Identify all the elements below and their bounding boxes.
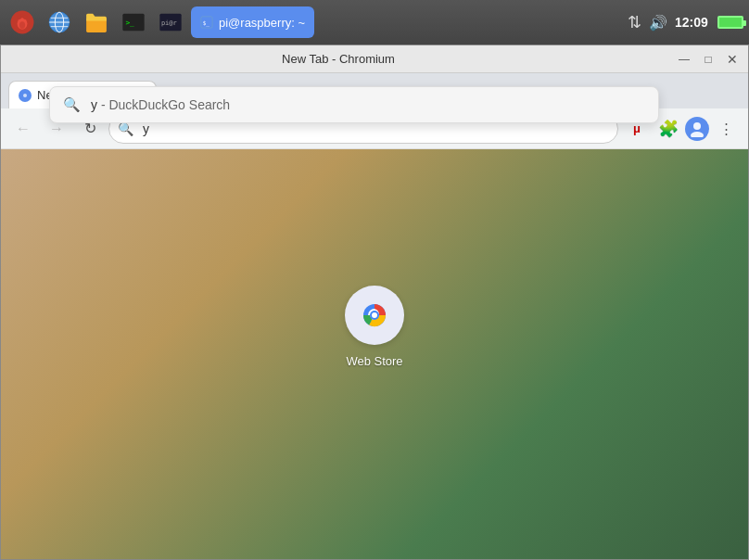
title-bar-title: New Tab - Chromium [8,52,668,66]
active-window-button[interactable]: $_ pi@raspberry: ~ [191,6,314,38]
clock-display: 12:09 [675,15,710,30]
active-window-label: pi@raspberry: ~ [219,16,305,30]
webstore-container: Web Store [345,286,404,368]
raspberry-menu-icon[interactable] [6,6,39,39]
back-button[interactable]: ← [8,114,38,144]
svg-point-5 [19,21,25,29]
svg-point-21 [691,132,704,137]
tab-favicon [19,89,32,102]
puzzle-icon: 🧩 [658,119,679,139]
svg-point-25 [372,312,377,318]
profile-button[interactable] [685,117,709,141]
terminal2-icon[interactable]: pi@r [154,6,187,39]
volume-icon: 🔊 [649,14,667,32]
battery-indicator [717,16,743,29]
title-bar: New Tab - Chromium — □ ✕ [1,45,748,73]
svg-text:$_: $_ [203,19,210,27]
webstore-label: Web Store [346,354,402,368]
suggestion-item[interactable]: 🔍 y - DuckDuckGo Search [50,87,658,122]
terminal-icon[interactable]: >_ [117,6,150,39]
svg-point-20 [693,122,701,130]
browser-window: New Tab - Chromium — □ ✕ New Tab ✕ + ← →… [0,45,749,560]
svg-point-4 [20,14,24,18]
file-manager-icon[interactable] [80,6,113,39]
svg-point-19 [23,94,27,97]
battery-icon [717,16,743,29]
svg-text:pi@r: pi@r [161,19,177,27]
web-browser-icon[interactable] [43,6,76,39]
nav-bar: ← → ↻ 🔍 μ 🧩 [1,108,748,149]
suggestion-dropdown: 🔍 y - DuckDuckGo Search [49,86,659,123]
browser-menu-button[interactable]: ⋮ [711,114,741,144]
webstore-icon[interactable] [345,286,404,345]
svg-text:>_: >_ [125,19,134,27]
content-area: Web Store [1,149,748,559]
close-button[interactable]: ✕ [724,51,741,68]
transfer-icon: ⇅ [628,12,641,32]
suggestion-search-icon: 🔍 [63,96,80,113]
suggestion-text: y - DuckDuckGo Search [91,97,645,112]
minimize-button[interactable]: — [676,51,692,68]
maximize-button[interactable]: □ [700,51,717,68]
taskbar: >_ pi@r $_ pi@raspberry: ~ ⇅ 🔊 12:09 [0,0,749,45]
